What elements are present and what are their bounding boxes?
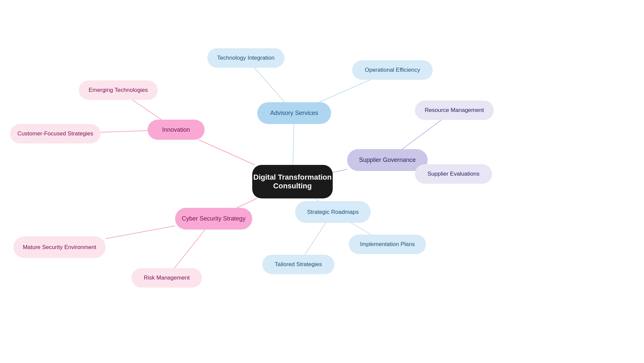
advisory-services-node[interactable]: Advisory Services	[257, 102, 331, 124]
implementation-plans-node[interactable]: Implementation Plans	[349, 235, 426, 254]
svg-line-10	[402, 120, 441, 149]
cyber-security-strategy-node[interactable]: Cyber Security Strategy	[175, 208, 252, 230]
mature-security-environment-node[interactable]: Mature Security Environment	[13, 236, 106, 258]
center-node[interactable]: Digital Transformation Consulting	[252, 165, 333, 198]
svg-line-0	[293, 124, 294, 165]
tailored-strategies-node[interactable]: Tailored Strategies	[262, 255, 334, 274]
svg-line-13	[305, 223, 326, 255]
svg-line-14	[351, 223, 371, 235]
innovation-node[interactable]: Innovation	[148, 120, 205, 140]
customer-focused-strategies-node[interactable]: Customer-Focused Strategies	[10, 124, 101, 143]
technology-integration-node[interactable]: Technology Integration	[207, 48, 284, 68]
svg-line-8	[174, 230, 205, 268]
svg-line-6	[237, 198, 257, 208]
supplier-governance-node[interactable]: Supplier Governance	[347, 149, 428, 171]
svg-line-4	[132, 100, 161, 120]
svg-line-7	[106, 226, 175, 239]
operational-efficiency-node[interactable]: Operational Efficiency	[352, 60, 433, 80]
resource-management-node[interactable]: Resource Management	[415, 101, 494, 120]
risk-management-node[interactable]: Risk Management	[131, 268, 202, 288]
emerging-technologies-node[interactable]: Emerging Technologies	[79, 80, 158, 100]
supplier-evaluations-node[interactable]: Supplier Evaluations	[415, 164, 492, 184]
svg-line-2	[319, 80, 370, 102]
svg-line-12	[315, 198, 319, 201]
strategic-roadmaps-node[interactable]: Strategic Roadmaps	[295, 201, 371, 223]
svg-line-3	[199, 140, 255, 165]
svg-line-9	[333, 169, 347, 173]
svg-line-5	[101, 131, 148, 132]
svg-line-1	[254, 68, 284, 102]
